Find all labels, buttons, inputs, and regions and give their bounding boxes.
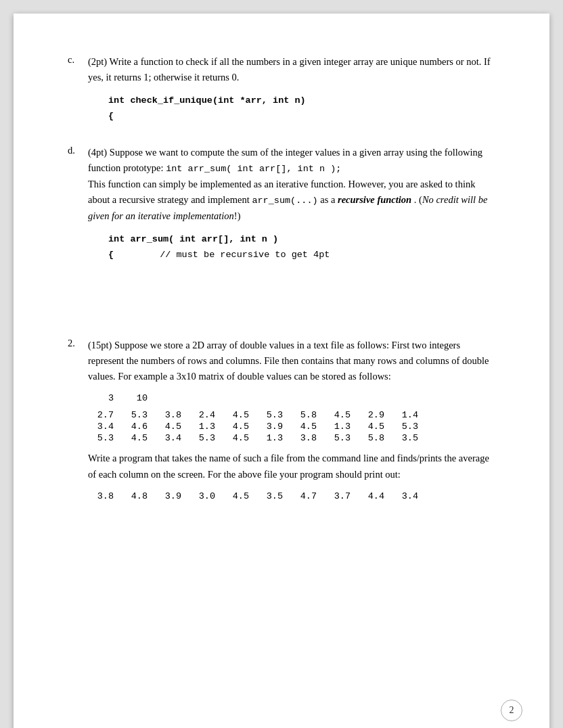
matrix-data-table: 2.75.33.82.44.55.35.84.52.91.43.44.64.51… bbox=[88, 409, 426, 444]
matrix-cell-2-1: 4.5 bbox=[122, 432, 156, 444]
matrix-cell-2-6: 3.8 bbox=[291, 432, 325, 444]
section-d-label: d. bbox=[68, 145, 88, 263]
matrix-cell-2-9: 3.5 bbox=[392, 432, 426, 444]
matrix-row-1: 3.44.64.51.34.53.94.51.34.55.3 bbox=[88, 421, 426, 432]
matrix-cell-0-3: 2.4 bbox=[189, 409, 223, 421]
section-c-label: c. bbox=[68, 54, 88, 124]
matrix-cell-0-5: 5.3 bbox=[257, 409, 291, 421]
d-prototype: int arr_sum( int arr[], int n ); bbox=[166, 164, 341, 174]
result-cell-2: 3.9 bbox=[156, 491, 189, 502]
result-cell-1: 4.8 bbox=[122, 491, 156, 502]
spacer-d bbox=[68, 283, 495, 338]
matrix-row-0: 2.75.33.82.44.55.35.84.52.91.4 bbox=[88, 409, 426, 421]
section-d: d. (4pt) Suppose we want to compute the … bbox=[68, 145, 495, 263]
section-c: c. (2pt) Write a function to check if al… bbox=[68, 54, 495, 124]
d-comment: // must be recursive to get 4pt bbox=[160, 250, 330, 260]
matrix-cell-0-9: 1.4 bbox=[392, 409, 426, 421]
d-arr-sum: arr_sum(...) bbox=[252, 196, 317, 206]
q2-label: 2. bbox=[68, 338, 88, 502]
matrix-cell-0-8: 2.9 bbox=[359, 409, 392, 421]
label-2: 2. bbox=[68, 338, 75, 348]
matrix-header-table: 3 10 bbox=[88, 392, 156, 404]
matrix-cell-0-2: 3.8 bbox=[156, 409, 189, 421]
matrix-cell-0-4: 4.5 bbox=[223, 409, 257, 421]
matrix-cell-1-5: 3.9 bbox=[257, 421, 291, 432]
d-brace: { bbox=[108, 250, 114, 260]
page: c. (2pt) Write a function to check if al… bbox=[14, 14, 549, 728]
matrix-cell-2-5: 1.3 bbox=[257, 432, 291, 444]
section-d-description: (4pt) Suppose we want to compute the sum… bbox=[88, 145, 495, 224]
d-code-line-1: int arr_sum( int arr[], int n ) bbox=[108, 232, 495, 248]
matrix-cell-2-0: 5.3 bbox=[88, 432, 122, 444]
matrix-cell-0-0: 2.7 bbox=[88, 409, 122, 421]
q2-write-text: Write a program that takes the name of s… bbox=[88, 451, 495, 482]
d-code-line-2: { // must be recursive to get 4pt bbox=[108, 248, 495, 263]
matrix-cell-1-3: 1.3 bbox=[189, 421, 223, 432]
matrix-cell-0-1: 5.3 bbox=[122, 409, 156, 421]
d-desc-4: . ( bbox=[414, 194, 422, 205]
matrix-cell-1-1: 4.6 bbox=[122, 421, 156, 432]
matrix-row-2: 5.34.53.45.34.51.33.85.35.83.5 bbox=[88, 432, 426, 444]
result-table: 3.84.83.93.04.53.54.73.74.43.4 bbox=[88, 491, 426, 502]
d-desc-5: !) bbox=[234, 210, 241, 221]
result-cell-6: 4.7 bbox=[291, 491, 325, 502]
matrix-header-col2: 10 bbox=[122, 392, 156, 404]
d-bold: recursive function bbox=[338, 194, 411, 205]
result-cell-7: 3.7 bbox=[325, 491, 359, 502]
section-c-code: int check_if_unique(int *arr, int n) { bbox=[108, 93, 495, 124]
matrix-cell-1-0: 3.4 bbox=[88, 421, 122, 432]
matrix-cell-1-7: 1.3 bbox=[325, 421, 359, 432]
code-line-1: int check_if_unique(int *arr, int n) bbox=[108, 93, 495, 109]
matrix-cell-1-8: 4.5 bbox=[359, 421, 392, 432]
matrix-cell-1-6: 4.5 bbox=[291, 421, 325, 432]
matrix-cell-0-7: 4.5 bbox=[325, 409, 359, 421]
matrix-cell-1-2: 4.5 bbox=[156, 421, 189, 432]
section-d-content: (4pt) Suppose we want to compute the sum… bbox=[88, 145, 495, 263]
q2-content: (15pt) Suppose we store a 2D array of do… bbox=[88, 338, 495, 502]
page-number: 2 bbox=[501, 700, 522, 721]
result-cell-3: 3.0 bbox=[189, 491, 223, 502]
matrix-header-col1: 3 bbox=[88, 392, 122, 404]
section-c-description: (2pt) Write a function to check if all t… bbox=[88, 54, 495, 85]
d-desc-3: as a bbox=[320, 194, 335, 205]
result-cell-8: 4.4 bbox=[359, 491, 392, 502]
q2-description: (15pt) Suppose we store a 2D array of do… bbox=[88, 338, 495, 385]
matrix-cell-1-9: 5.3 bbox=[392, 421, 426, 432]
label-d: d. bbox=[68, 145, 75, 156]
matrix-header-row: 3 10 bbox=[88, 392, 156, 404]
label-c: c. bbox=[68, 54, 74, 65]
matrix-cell-2-7: 5.3 bbox=[325, 432, 359, 444]
result-cell-9: 3.4 bbox=[392, 491, 426, 502]
code-line-2: { bbox=[108, 109, 495, 124]
result-cell-4: 4.5 bbox=[223, 491, 257, 502]
matrix-cell-2-4: 4.5 bbox=[223, 432, 257, 444]
matrix-cell-2-8: 5.8 bbox=[359, 432, 392, 444]
question-2: 2. (15pt) Suppose we store a 2D array of… bbox=[68, 338, 495, 502]
section-d-code: int arr_sum( int arr[], int n ) { // mus… bbox=[108, 232, 495, 263]
result-row: 3.84.83.93.04.53.54.73.74.43.4 bbox=[88, 491, 426, 502]
matrix-cell-2-3: 5.3 bbox=[189, 432, 223, 444]
matrix-cell-2-2: 3.4 bbox=[156, 432, 189, 444]
result-cell-5: 3.5 bbox=[257, 491, 291, 502]
section-c-content: (2pt) Write a function to check if all t… bbox=[88, 54, 495, 124]
result-cell-0: 3.8 bbox=[88, 491, 122, 502]
matrix-cell-1-4: 4.5 bbox=[223, 421, 257, 432]
matrix-cell-0-6: 5.8 bbox=[291, 409, 325, 421]
